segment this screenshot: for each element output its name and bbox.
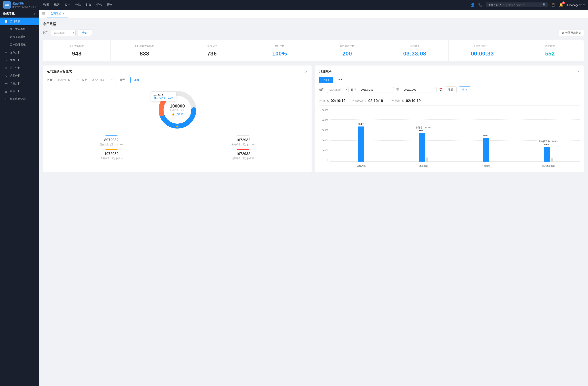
comm-dept-select[interactable]: 请选择部门 [327,87,349,93]
tooltip-value: 1072932 [153,93,173,96]
page-content: 今日数据 部门 请选择部门 查询 ⚙ 设置显示指标 [39,18,588,386]
nav-data[interactable]: 数据 [43,2,49,8]
goal-query-button[interactable]: 查询 [130,77,142,83]
nav-public[interactable]: 公海 [75,2,81,8]
settings-button[interactable]: ⚙ 设置显示指标 [559,30,584,36]
today-data-title: 今日数据 [43,22,584,26]
y-label-30000: 30000 [319,129,328,131]
stat-card-0: 今日首咨客户 948 [43,40,111,61]
period-label: 周期 [82,78,87,82]
x-label-2: 有效通话 [455,164,517,167]
dept-select-wrapper: 请选择部门 [51,30,76,36]
sidebar-item-customer-mgr[interactable]: 客户经理看板 [0,41,39,49]
goal-label: 目标 [47,78,52,82]
goal-reset-button[interactable]: 重置 [117,77,128,83]
sales-analysis-icon: △ [5,90,8,93]
goal-panel: 公司业绩目标达成 ⤢ 目标 请选择目标 周期 请选择 [43,65,312,173]
sidebar-item-visitor[interactable]: ☺ 访客分析 [0,72,39,79]
tab-toggle-icon[interactable]: ☰ [42,12,45,16]
comm-tab-person[interactable]: 个人 [333,77,347,83]
donut-value: 100000 [169,103,185,109]
tab-company-board[interactable]: 公司看板 ✕ [47,10,68,18]
mobile-icon[interactable]: 📱 [551,3,556,7]
comm-expand-icon[interactable]: ⤢ [577,70,580,73]
online-indicator [567,4,568,6]
goal-stat-value-0: 8972932 [47,138,176,142]
donut-chart-area: 1072932 所占比例： 70.9% [47,87,308,160]
goal-stats-grid: 8972932 已完成量（元）| 70.9% 1072932 未完成量（元）| … [47,135,308,160]
notification-icon[interactable]: 🔔 5 [559,3,563,7]
data-flow-icon: ⊞ [5,97,8,101]
comm-stat-0: 通话时长 02:10:19 [319,99,345,103]
goal-stat-bar-3 [237,149,249,150]
user-icon[interactable]: 👤 [470,3,475,7]
search-icon[interactable]: 🔍 [543,3,546,6]
goal-expand-icon[interactable]: ⤢ [305,70,308,73]
stat-card-1: 今日有效首咨客户 833 [111,40,178,61]
comm-date-end[interactable] [402,87,437,92]
donut-center: 100000 目标总量（元） 👍 已达成 [169,103,185,116]
brand-name: 云朵CRM [12,2,37,5]
tab-close-icon[interactable]: ✕ [63,12,64,15]
sidebar-item-company-board[interactable]: 📊 公司看板 [0,18,39,25]
svg-point-3 [176,125,178,128]
sidebar-item-sales-analysis[interactable]: △ 销售分析 [0,87,39,95]
dept-select[interactable]: 请选择部门 [51,30,76,36]
nav-customers[interactable]: 客户 [64,2,70,8]
nav-signup[interactable]: 报名 [107,2,113,8]
stat-card-5: 通话时长 03:33:03 [381,40,449,61]
bar-group-3: 有效接通率：70.9% 18000 [517,109,580,162]
user-info[interactable]: manager11 ▾ [567,3,585,6]
stat-value-7: 552 [519,50,580,57]
sidebar-item-cost[interactable]: ○ 成本分析 [0,56,39,64]
stat-label-2: 回访人数 [182,44,242,48]
nav-leads[interactable]: 线索 [54,2,60,8]
bar-wrapper-0: 43000 [358,127,364,162]
search-input[interactable] [508,3,541,6]
sidebar-item-channel[interactable]: ⋯ 渠道分析 [0,79,39,87]
stat-card-3: 拨打次数 100% [246,40,314,61]
comm-tab-dept[interactable]: 部门 [319,77,333,83]
calendar-icon[interactable]: 📅 [439,88,443,91]
comm-date-start[interactable] [359,87,394,92]
main-layout: 数据看板 ▲ 📊 公司看板 推广主管看板 销售主管看板 客户经理看板 ▽ 漏斗分… [0,10,588,386]
stat-label-0: 今日首咨客户 [46,44,107,48]
logo-icon: 云朵 [3,1,11,9]
dept-filter-label: 部门 [43,31,49,35]
bar-1-1 [419,133,425,162]
comm-reset-button[interactable]: 重置 [445,86,457,93]
sidebar-item-promo-analysis[interactable]: ◇ 推广分析 [0,64,39,72]
stat-card-7: 成交单数 552 [516,40,584,61]
sidebar-item-data-flow[interactable]: ⊞ 数据流转记录 [0,95,39,103]
sidebar-section-header[interactable]: 数据看板 ▲ [0,10,39,18]
comm-stat-value-2: 02:10:19 [406,99,420,103]
nav-operations[interactable]: 运营 [96,2,102,8]
bar-group-2: 29000 [455,109,517,162]
sidebar-item-promo-mgr[interactable]: 推广主管看板 [0,25,39,33]
stat-label-6: 平均通话时长 ⓘ [452,44,513,48]
x-label-0: 拨打次数 [330,164,392,167]
promo-analysis-icon: ◇ [5,66,8,70]
comm-panel-header: 沟通效率 ⤢ [319,70,580,74]
bar-chart-container: 50000 40000 30000 20000 10000 0 [319,109,580,168]
period-select[interactable]: 请选择周期 [90,77,114,83]
comm-stat-2: 平均通话时长 02:10:19 [390,99,420,103]
y-label-0: 0 [319,159,328,162]
today-query-button[interactable]: 查询 [78,30,92,36]
goal-form: 目标 请选择目标 周期 请选择周期 重置 [47,77,308,83]
bar-value-label-2: 29000 [483,134,489,137]
goal-stat-2: 1072932 应完成量（元）| 8.9% [47,149,176,160]
comm-query-button[interactable]: 查询 [459,86,470,93]
bar-3-2 [551,158,553,162]
nav-finance[interactable]: 财务 [86,2,91,8]
user-dropdown-icon: ▾ [583,3,585,6]
stats-row: 今日首咨客户 948 今日有效首咨客户 833 回访人数 736 拨打次数 10… [43,40,584,61]
phone-icon[interactable]: 📞 [478,3,483,7]
sidebar-item-funnel[interactable]: ▽ 漏斗分析 [0,49,39,56]
logo: 云朵 云朵CRM 教育机构一站式服务云平台 [3,1,37,9]
goal-select[interactable]: 请选择目标 [55,77,79,83]
sidebar: 数据看板 ▲ 📊 公司看板 推广主管看板 销售主管看板 客户经理看板 ▽ 漏斗分… [0,10,39,386]
chart-area: 43000 接通率：70.9% [330,109,580,162]
sidebar-item-sales-mgr[interactable]: 销售主管看板 [0,33,39,41]
search-select[interactable]: 手机号码 [487,3,502,6]
